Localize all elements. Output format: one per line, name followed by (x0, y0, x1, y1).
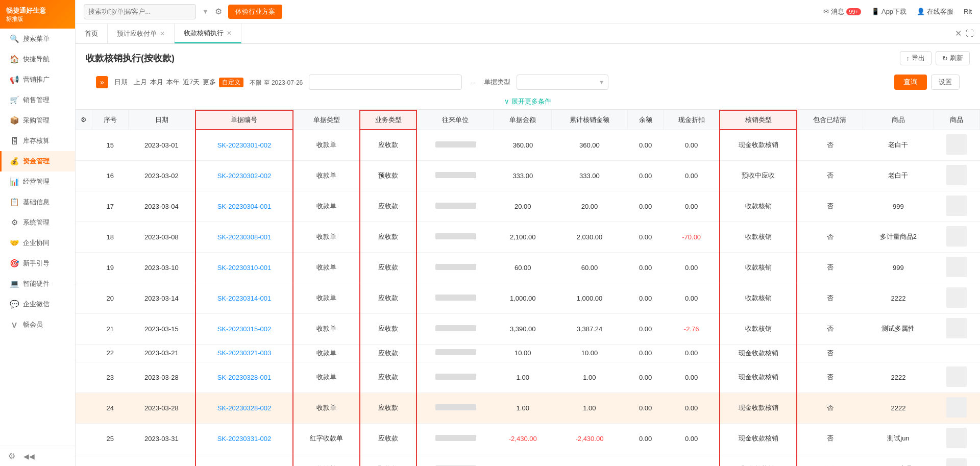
sidebar-item-system[interactable]: ⚙ 系统管理 (0, 212, 75, 233)
td-product: 123D商品 (863, 454, 934, 466)
td-cumulative: 1,000.00 (552, 283, 628, 313)
sidebar-item-operation[interactable]: 📊 经营管理 (0, 171, 75, 192)
tab-payable-label: 预计应收付单 (117, 29, 157, 38)
online-service-area[interactable]: 👤 在线客服 (917, 7, 953, 16)
td-amount: 360.00 (494, 130, 552, 160)
setting-button[interactable]: 设置 (931, 75, 960, 90)
td-date: 2023-03-15 (128, 313, 195, 344)
sidebar-item-enterprise[interactable]: 🤝 企业协同 (0, 233, 75, 253)
td-balance: 0.00 (627, 393, 664, 423)
voucher-no-link[interactable]: SK-20230331-002 (217, 435, 272, 443)
voucher-no-link[interactable]: SK-20230314-001 (217, 295, 272, 302)
td-product: 2222 (863, 362, 934, 393)
tab-home-label: 首页 (85, 29, 98, 38)
td-amount: 60.00 (494, 252, 552, 283)
sidebar-item-inventory[interactable]: 🗄 库存核算 (0, 131, 75, 151)
date-last-month[interactable]: 上月 (134, 78, 147, 87)
voucher-no-link[interactable]: SK-20230304-001 (217, 203, 272, 210)
sidebar-item-shortcuts[interactable]: 🏠 快捷导航 (0, 49, 75, 69)
refresh-button[interactable]: ↻ 刷新 (936, 51, 970, 65)
sidebar-item-member[interactable]: V 畅会员 (0, 314, 75, 335)
sidebar-item-hardware[interactable]: 💻 智能硬件 (0, 274, 75, 294)
voucher-no-link[interactable]: SK-20230301-002 (217, 141, 272, 149)
partner-filter-area (309, 75, 462, 90)
sidebar-item-label: 库存核算 (23, 136, 50, 145)
filter-expand-button[interactable]: » (96, 76, 108, 88)
td-product: 999 (863, 252, 934, 283)
system-icon: ⚙ (10, 218, 19, 227)
member-icon: V (10, 321, 19, 329)
td-amount: 1.00 (494, 362, 552, 393)
sidebar-item-sales[interactable]: 🛒 销售管理 (0, 90, 75, 110)
voucher-no-link[interactable]: SK-20230315-002 (217, 325, 272, 333)
gear-icon[interactable]: ⚙ (215, 7, 222, 16)
date-7days[interactable]: 近7天 (183, 78, 200, 87)
sidebar-item-label: 经营管理 (23, 177, 50, 186)
close-all-icon[interactable]: ✕ (955, 29, 962, 38)
sales-icon: 🛒 (10, 95, 19, 105)
td-product: 2222 (863, 283, 934, 313)
tab-home[interactable]: 首页 (76, 23, 108, 43)
tabbar-actions: ✕ ⛶ (955, 23, 980, 43)
topbar-search-input[interactable] (84, 4, 196, 19)
sidebar-item-label: 企业微信 (23, 300, 50, 309)
voucher-no-link[interactable]: SK-20230308-001 (217, 233, 272, 241)
td-product: 测试多属性 (863, 313, 934, 344)
date-this-year[interactable]: 本年 (166, 78, 180, 87)
voucher-no-link[interactable]: SK-20230328-002 (217, 404, 272, 412)
td-biz-type: 应收款 (360, 283, 416, 313)
query-button[interactable]: 查询 (894, 75, 927, 90)
date-this-month[interactable]: 本月 (150, 78, 163, 87)
sidebar-item-marketing[interactable]: 📢 营销推广 (0, 69, 75, 90)
sidebar-item-purchase[interactable]: 📦 采购管理 (0, 110, 75, 131)
td-cumulative: 333.00 (552, 160, 628, 191)
voucher-no-link[interactable]: SK-20230321-003 (217, 349, 272, 357)
sidebar-item-finance[interactable]: 💰 资金管理 (0, 151, 75, 171)
td-no: 16 (92, 160, 129, 191)
export-button[interactable]: ↑ 导出 (900, 51, 932, 65)
app-download-area[interactable]: 📱 App下载 (871, 7, 906, 16)
settings-icon[interactable]: ⚙ (8, 451, 15, 461)
td-cash-discount: 0.00 (664, 362, 720, 393)
voucher-type-input[interactable] (517, 75, 608, 90)
tab-close-icon[interactable]: ✕ (160, 30, 165, 37)
sidebar-item-search[interactable]: 🔍 搜索菜单 (0, 29, 75, 49)
collapse-icon[interactable]: ◀◀ (23, 452, 35, 460)
th-settings[interactable]: ⚙ (76, 110, 92, 130)
voucher-no-link[interactable]: SK-20230310-001 (217, 264, 272, 272)
date-more[interactable]: 更多 (203, 78, 216, 87)
partner-input[interactable] (309, 75, 462, 90)
td-include-settled: 否 (797, 423, 863, 454)
sidebar-item-guide[interactable]: 🎯 新手引导 (0, 253, 75, 274)
online-service-label: 在线客服 (927, 7, 953, 16)
td-date: 2023-03-10 (128, 252, 195, 283)
industry-solution-button[interactable]: 体验行业方案 (228, 5, 282, 19)
td-cash-discount: 0.00 (664, 393, 720, 423)
search-icon: 🔍 (10, 34, 19, 43)
td-product2 (934, 130, 979, 160)
td-voucher-type: 收款单 (293, 160, 360, 191)
td-partner (416, 160, 494, 191)
sidebar-item-wechat[interactable]: 💬 企业微信 (0, 294, 75, 314)
td-include-settled: 否 (797, 160, 863, 191)
td-product: 999 (863, 191, 934, 222)
voucher-no-link[interactable]: SK-20230328-001 (217, 374, 272, 381)
td-no: 15 (92, 130, 129, 160)
expand-icon[interactable]: ⛶ (966, 29, 974, 38)
tab-collection[interactable]: 收款核销执行 ✕ (175, 23, 241, 43)
user-name-area[interactable]: Rit (964, 8, 972, 15)
tab-close-icon[interactable]: ✕ (227, 30, 232, 37)
expand-more-row[interactable]: ∨ 展开更多条件 (86, 95, 970, 109)
td-partner (416, 423, 494, 454)
voucher-no-link[interactable]: SK-20230302-002 (217, 172, 272, 180)
td-include-settled: 否 (797, 130, 863, 160)
td-date: 2023-03-14 (128, 283, 195, 313)
td-settings (76, 454, 92, 466)
sidebar-item-basic[interactable]: 📋 基础信息 (0, 192, 75, 212)
app-download-label: App下载 (881, 7, 906, 16)
td-product: 多计量商品2 (863, 222, 934, 252)
date-custom[interactable]: 自定义 (219, 78, 243, 87)
message-area[interactable]: ✉ 消息 99+ (823, 7, 861, 16)
tab-payable[interactable]: 预计应收付单 ✕ (108, 23, 175, 43)
td-cash-discount: -70.00 (664, 222, 720, 252)
